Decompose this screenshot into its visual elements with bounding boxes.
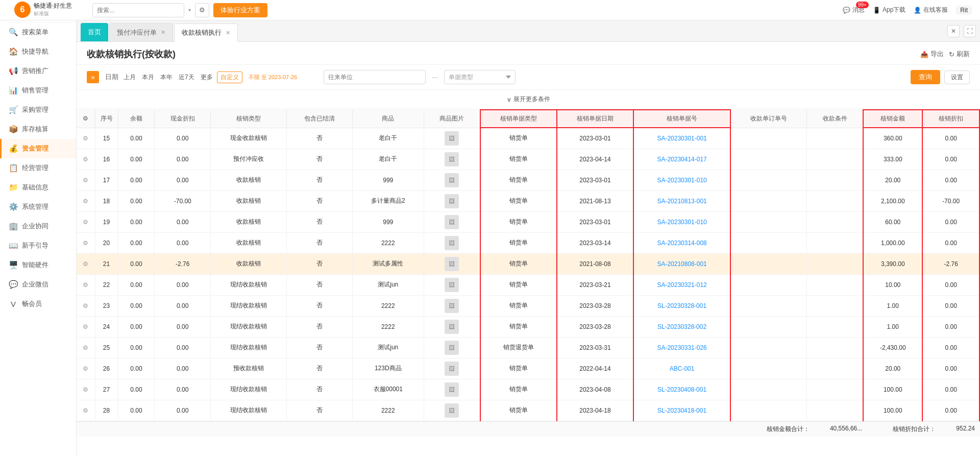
td-settings[interactable]: ⚙ xyxy=(77,379,95,400)
bill-voucher-no-link[interactable]: SA-20230301-001 xyxy=(657,135,706,142)
td-bill-voucher-no[interactable]: SA-20230301-001 xyxy=(633,128,730,149)
user-name[interactable]: Rit xyxy=(956,6,972,15)
td-bill-voucher-no[interactable]: SA-20210808-001 xyxy=(633,253,730,274)
td-bill-voucher-no[interactable]: SL-20230328-001 xyxy=(633,295,730,316)
td-cash-discount: 0.00 xyxy=(155,149,211,170)
last-month-btn[interactable]: 上月 xyxy=(121,72,138,83)
bill-voucher-no-link[interactable]: SL-20230408-001 xyxy=(657,386,706,393)
bill-voucher-no-link[interactable]: SL-20230328-002 xyxy=(657,323,706,330)
more-date-btn[interactable]: 更多 xyxy=(199,72,215,83)
sidebar-item-basic[interactable]: 📁 基础信息 xyxy=(0,178,76,197)
td-settings[interactable]: ⚙ xyxy=(77,274,95,295)
sidebar-item-inventory[interactable]: 📦 库存核算 xyxy=(0,119,76,139)
sidebar-item-hardware[interactable]: 🖥️ 智能硬件 xyxy=(0,255,76,275)
prepay-tab-close-icon[interactable]: ✕ xyxy=(161,29,165,36)
td-bill-voucher-no[interactable]: SA-20230314-008 xyxy=(633,232,730,253)
bill-voucher-no-link[interactable]: SA-20230301-010 xyxy=(657,219,706,226)
td-balance: 0.00 xyxy=(118,337,155,358)
custom-date-btn[interactable]: 自定义 xyxy=(217,71,242,83)
td-bill-voucher-no[interactable]: SA-20210813-001 xyxy=(633,190,730,211)
partner-input[interactable] xyxy=(324,70,426,84)
search-input[interactable] xyxy=(92,3,184,17)
td-settings[interactable]: ⚙ xyxy=(77,295,95,316)
this-year-btn[interactable]: 本年 xyxy=(158,72,175,83)
bill-type-select[interactable]: 单据类型 xyxy=(444,70,516,84)
td-settings[interactable]: ⚙ xyxy=(77,149,95,170)
bill-voucher-no-link[interactable]: SL-20230418-001 xyxy=(657,407,706,414)
td-writeoff-discount: 0.00 xyxy=(922,128,979,149)
tab-close-btn[interactable]: ✕ xyxy=(947,25,960,37)
sidebar-item-search-menu[interactable]: 🔍 搜索菜单 xyxy=(0,22,76,42)
collection-tab-close-icon[interactable]: ✕ xyxy=(226,30,230,36)
export-btn[interactable]: 📤 导出 xyxy=(920,50,944,59)
td-settings[interactable]: ⚙ xyxy=(77,400,95,421)
this-month-btn[interactable]: 本月 xyxy=(140,72,156,83)
refresh-btn[interactable]: ↻ 刷新 xyxy=(949,50,970,59)
bill-voucher-no-link[interactable]: SA-20230414-017 xyxy=(657,156,706,163)
sidebar-item-vip[interactable]: V 畅会员 xyxy=(0,294,76,314)
td-bill-voucher-date: 2023-03-21 xyxy=(557,274,633,295)
table-row: ⚙ 24 0.00 0.00 现结收款核销 否 2222 🖼 销货单 2023-… xyxy=(77,316,979,337)
tab-home[interactable]: 首页 xyxy=(81,23,108,41)
query-btn[interactable]: 查询 xyxy=(911,70,940,84)
td-settings[interactable]: ⚙ xyxy=(77,253,95,274)
td-settings[interactable]: ⚙ xyxy=(77,316,95,337)
last-7days-btn[interactable]: 近7天 xyxy=(177,72,197,83)
td-writeoff-type: 现结收款核销 xyxy=(211,295,286,316)
partner-more-icon[interactable]: ··· xyxy=(432,73,438,81)
td-bill-voucher-no[interactable]: SL-20230408-001 xyxy=(633,379,730,400)
tab-maximize-btn[interactable]: ⛶ xyxy=(964,25,976,37)
sidebar-item-purchase[interactable]: 🛒 采购管理 xyxy=(0,100,76,119)
solution-btn[interactable]: 体验行业方案 xyxy=(213,3,267,17)
td-settings[interactable]: ⚙ xyxy=(77,190,95,211)
tab-collection[interactable]: 收款核销执行 ✕ xyxy=(174,23,238,42)
td-cash-discount: 0.00 xyxy=(155,211,211,232)
sidebar-item-sales[interactable]: 📊 销售管理 xyxy=(0,81,76,100)
expand-conditions-btn[interactable]: ∨ 展开更多条件 xyxy=(507,92,550,107)
sidebar-item-operation[interactable]: 📋 经营管理 xyxy=(0,158,76,178)
settings-icon-btn[interactable]: ⚙ xyxy=(195,3,209,17)
bill-voucher-no-link[interactable]: ABC-001 xyxy=(670,365,695,372)
app-download-btn[interactable]: 📱 App下载 xyxy=(873,6,905,14)
td-bill-voucher-date: 2023-03-01 xyxy=(557,128,633,149)
td-settings[interactable]: ⚙ xyxy=(77,358,95,379)
td-bill-voucher-no[interactable]: ABC-001 xyxy=(633,358,730,379)
td-writeoff-discount: 0.00 xyxy=(922,274,979,295)
td-bill-voucher-no[interactable]: SA-20230414-017 xyxy=(633,149,730,170)
td-settings[interactable]: ⚙ xyxy=(77,128,95,149)
td-bill-voucher-no[interactable]: SA-20230331-026 xyxy=(633,337,730,358)
td-bill-voucher-no[interactable]: SA-20230301-010 xyxy=(633,170,730,190)
td-settings[interactable]: ⚙ xyxy=(77,211,95,232)
td-bill-voucher-no[interactable]: SA-20230321-012 xyxy=(633,274,730,295)
td-bill-voucher-no[interactable]: SL-20230328-002 xyxy=(633,316,730,337)
sidebar-item-finance[interactable]: 💰 资金管理 xyxy=(0,139,76,158)
sidebar-item-guide[interactable]: 📖 新手引导 xyxy=(0,236,76,255)
sidebar-item-system[interactable]: ⚙️ 系统管理 xyxy=(0,197,76,217)
td-receipt-condition xyxy=(806,379,863,400)
logo-icon: 6 xyxy=(14,2,31,18)
td-bill-voucher-no[interactable]: SA-20230301-010 xyxy=(633,211,730,232)
td-settings[interactable]: ⚙ xyxy=(77,337,95,358)
sidebar-item-wechat[interactable]: 💬 企业微信 xyxy=(0,275,76,294)
bill-voucher-no-link[interactable]: SA-20210808-001 xyxy=(657,260,706,268)
tab-prepay[interactable]: 预付冲应付单 ✕ xyxy=(109,23,173,41)
expand-filter-btn[interactable]: » xyxy=(87,71,99,83)
td-settings[interactable]: ⚙ xyxy=(77,232,95,253)
search-dropdown-icon[interactable]: ▾ xyxy=(188,7,191,13)
message-btn[interactable]: 💬 消息 99+ xyxy=(843,6,865,14)
bill-voucher-no-link[interactable]: SA-20230301-010 xyxy=(657,177,706,184)
bill-voucher-no-link[interactable]: SL-20230328-001 xyxy=(657,302,706,309)
bill-voucher-no-link[interactable]: SA-20230321-012 xyxy=(657,281,706,289)
td-settings[interactable]: ⚙ xyxy=(77,170,95,190)
bill-voucher-no-link[interactable]: SA-20210813-001 xyxy=(657,198,706,205)
filter-settings-btn[interactable]: 设置 xyxy=(944,70,970,84)
bill-voucher-no-link[interactable]: SA-20230331-026 xyxy=(657,344,706,351)
th-settings[interactable]: ⚙ xyxy=(77,110,95,128)
online-service-btn[interactable]: 👤 在线客服 xyxy=(914,6,948,14)
sidebar-item-marketing[interactable]: 📢 营销推广 xyxy=(0,61,76,81)
sidebar-item-enterprise[interactable]: 🏢 企业协同 xyxy=(0,217,76,236)
bill-voucher-no-link[interactable]: SA-20230314-008 xyxy=(657,239,706,247)
td-bill-voucher-no[interactable]: SL-20230418-001 xyxy=(633,400,730,421)
sidebar-item-quick-nav[interactable]: 🏠 快捷导航 xyxy=(0,42,76,61)
table-container[interactable]: ⚙ 序号 余额 现金折扣 核销类型 包含已结清 商品 商品图片 核销单据类型 核… xyxy=(77,109,980,456)
